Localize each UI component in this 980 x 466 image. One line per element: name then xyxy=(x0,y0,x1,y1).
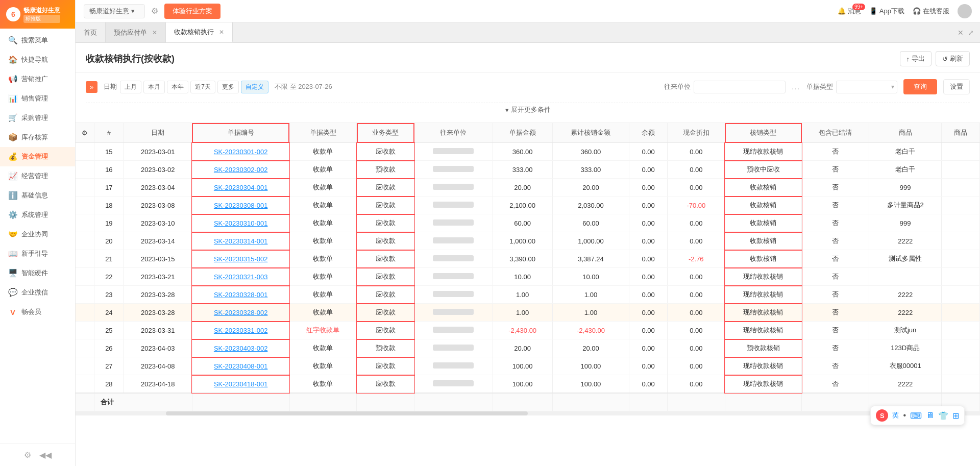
cell-balance: 0.00 xyxy=(629,143,668,161)
col-biz-type[interactable]: 业务类型 xyxy=(357,123,414,143)
cell-biz-type: 应收款 xyxy=(357,143,414,161)
floating-item-grid[interactable]: ⊞ xyxy=(952,411,959,421)
cell-cash-discount: -70.00 xyxy=(667,197,725,214)
tab-home[interactable]: 首页 xyxy=(76,22,106,42)
maximize-icon[interactable]: ⤢ xyxy=(968,29,974,37)
cell-bill-no[interactable]: SK-20230403-002 xyxy=(192,339,289,357)
settings-bottom-icon[interactable]: ⚙ xyxy=(22,448,33,462)
cell-partner xyxy=(414,250,493,268)
cell-goods: 2222 xyxy=(869,304,942,322)
filter-setting-button[interactable]: 设置 xyxy=(943,79,970,94)
date-btn-this-year[interactable]: 本年 xyxy=(167,81,188,93)
sidebar-item-basic[interactable]: ℹ️ 基础信息 xyxy=(0,186,75,205)
cell-bill-no[interactable]: SK-20230310-001 xyxy=(192,214,289,232)
refresh-button[interactable]: ↺ 刷新 xyxy=(936,51,970,66)
tab-receipt-verify[interactable]: 收款核销执行 ✕ xyxy=(166,22,233,42)
topbar: 畅康道好生意 ▾ ⚙ 体验行业方案 🔔 消息 99+ 📱 App下载 🎧 在线客… xyxy=(76,0,980,22)
cell-settings xyxy=(76,357,94,375)
floating-item-dot[interactable]: • xyxy=(903,411,906,420)
sidebar-item-member[interactable]: V 畅会员 xyxy=(0,302,75,322)
floating-item-ying[interactable]: 英 xyxy=(892,411,899,420)
sidebar-item-hardware[interactable]: 🖥️ 智能硬件 xyxy=(0,263,75,283)
cell-bill-no[interactable]: SK-20230328-001 xyxy=(192,286,289,304)
date-btn-more[interactable]: 更多 xyxy=(217,81,239,93)
guide-icon: 📖 xyxy=(8,249,17,258)
cell-partner xyxy=(414,143,493,161)
cell-goods2 xyxy=(942,143,980,161)
tab-prepay[interactable]: 预估应付单 ✕ xyxy=(106,22,166,42)
cell-biz-type: 应收款 xyxy=(357,375,414,394)
cell-bill-no[interactable]: SK-20230301-002 xyxy=(192,143,289,161)
filter-toggle-button[interactable]: » xyxy=(86,81,97,93)
query-button[interactable]: 查询 xyxy=(903,79,937,94)
solution-button[interactable]: 体验行业方案 xyxy=(164,4,220,19)
cell-bill-no[interactable]: SK-20230328-002 xyxy=(192,304,289,322)
export-button[interactable]: ↑ 导出 xyxy=(900,51,932,66)
table-scrollbar[interactable] xyxy=(76,411,980,415)
sidebar-item-inventory[interactable]: 📦 库存核算 xyxy=(0,128,75,147)
col-bill-no[interactable]: 单据编号 xyxy=(192,123,289,143)
cell-bill-no[interactable]: SK-20230321-003 xyxy=(192,268,289,286)
filter-expand-button[interactable]: ▾ 展开更多条件 xyxy=(505,105,551,114)
tab-receipt-verify-close[interactable]: ✕ xyxy=(219,29,224,36)
cell-goods: 测试jun xyxy=(869,322,942,339)
online-service-link[interactable]: 🎧 在线客服 xyxy=(913,7,949,16)
cell-date: 2023-03-08 xyxy=(124,197,192,214)
cell-bill-no[interactable]: SK-20230315-002 xyxy=(192,250,289,268)
cell-bill-no[interactable]: SK-20230308-001 xyxy=(192,197,289,214)
sidebar-item-quick-nav[interactable]: 🏠 快捷导航 xyxy=(0,50,75,69)
cell-bill-type: 收款单 xyxy=(289,179,357,197)
sidebar-item-search[interactable]: 🔍 搜索菜单 xyxy=(0,31,75,50)
cell-include-settled: 否 xyxy=(802,322,869,339)
cell-bill-type: 收款单 xyxy=(289,143,357,161)
cell-partner xyxy=(414,322,493,339)
sidebar-item-system[interactable]: ⚙️ 系统管理 xyxy=(0,205,75,225)
cell-settings xyxy=(76,232,94,250)
col-settings[interactable]: ⚙ xyxy=(76,123,94,143)
date-btn-7days[interactable]: 近7天 xyxy=(190,81,215,93)
close-all-tabs-icon[interactable]: ✕ xyxy=(958,29,964,37)
sidebar-item-finance[interactable]: 💰 资金管理 xyxy=(0,147,75,166)
sidebar-item-sales[interactable]: 📊 销售管理 xyxy=(0,89,75,108)
cell-cash-discount: -2.76 xyxy=(667,250,725,268)
cell-bill-no[interactable]: SK-20230314-001 xyxy=(192,232,289,250)
date-btn-this-month[interactable]: 本月 xyxy=(143,81,165,93)
sidebar-item-guide[interactable]: 📖 新手引导 xyxy=(0,244,75,263)
sidebar-item-operation[interactable]: 📈 经营管理 xyxy=(0,166,75,186)
notification-bell[interactable]: 🔔 消息 99+ xyxy=(838,7,861,16)
col-date: 日期 xyxy=(124,123,192,143)
sidebar-item-marketing[interactable]: 📢 营销推广 xyxy=(0,69,75,89)
cell-bill-amount: 100.00 xyxy=(493,357,552,375)
footer-biz-type xyxy=(357,393,414,411)
brand-selector[interactable]: 畅康道好生意 ▾ xyxy=(84,4,145,18)
date-btn-custom[interactable]: 自定义 xyxy=(241,81,268,93)
bill-type-select[interactable] xyxy=(836,81,897,93)
partner-filter-input[interactable] xyxy=(694,81,786,93)
scrollbar-thumb[interactable] xyxy=(166,411,528,415)
date-btn-last-month[interactable]: 上月 xyxy=(120,81,141,93)
floating-item-shirt[interactable]: 👕 xyxy=(938,411,948,421)
cell-verify-type: 收款核销 xyxy=(725,179,802,197)
cell-no: 16 xyxy=(94,161,124,179)
col-verify-type[interactable]: 核销类型 xyxy=(725,123,802,143)
footer-label: 合计 xyxy=(94,393,192,411)
collapse-icon[interactable]: ◀◀ xyxy=(37,448,54,462)
sidebar-item-purchase[interactable]: 🛒 采购管理 xyxy=(0,108,75,128)
gear-icon[interactable]: ⚙ xyxy=(151,6,158,16)
cell-settings xyxy=(76,250,94,268)
cell-bill-type: 收款单 xyxy=(289,161,357,179)
user-avatar[interactable] xyxy=(958,4,972,18)
sidebar-item-weixin[interactable]: 💬 企业微信 xyxy=(0,283,75,302)
cell-bill-no[interactable]: SK-20230302-002 xyxy=(192,161,289,179)
more-filters-dots[interactable]: ... xyxy=(792,83,800,91)
cell-bill-no[interactable]: SK-20230304-001 xyxy=(192,179,289,197)
cell-cash-discount: 0.00 xyxy=(667,161,725,179)
cell-bill-no[interactable]: SK-20230418-001 xyxy=(192,375,289,394)
tab-prepay-close[interactable]: ✕ xyxy=(152,29,157,36)
sidebar-item-enterprise[interactable]: 🤝 企业协同 xyxy=(0,225,75,244)
cell-bill-no[interactable]: SK-20230408-001 xyxy=(192,357,289,375)
floating-item-keyboard[interactable]: ⌨ xyxy=(910,411,922,421)
app-download-link[interactable]: 📱 App下载 xyxy=(869,7,904,16)
cell-bill-no[interactable]: SK-20230331-002 xyxy=(192,322,289,339)
floating-item-monitor[interactable]: 🖥 xyxy=(926,411,934,420)
